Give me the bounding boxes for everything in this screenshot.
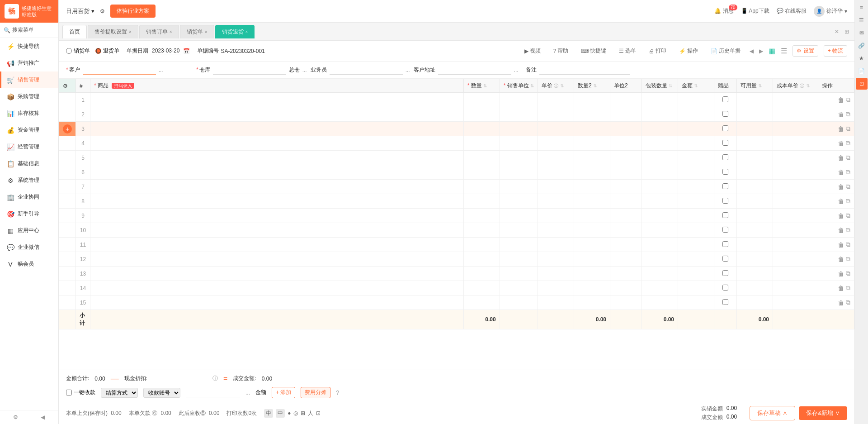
sidebar-collapse-btn[interactable]: ◀ (31, 414, 55, 420)
gift-checkbox[interactable] (722, 270, 728, 276)
amount-cell[interactable] (678, 136, 714, 151)
pack-qty-cell[interactable] (642, 223, 678, 238)
pack-qty-cell[interactable] (642, 295, 678, 310)
gift-cell[interactable] (714, 209, 737, 223)
unit2-cell[interactable] (610, 238, 642, 252)
copy-row-btn[interactable]: ⧉ (846, 96, 850, 104)
unit2-cell[interactable] (610, 252, 642, 267)
sidebar-item-newbie[interactable]: 🎯 新手引导 (0, 205, 58, 222)
th-settings[interactable]: ⚙ (59, 79, 76, 93)
unit2-cell[interactable] (610, 267, 642, 281)
gift-checkbox[interactable] (722, 285, 728, 291)
qty-cell[interactable] (463, 252, 500, 267)
available-cell[interactable] (737, 151, 773, 165)
sale-unit-cell[interactable] (500, 122, 538, 136)
sidebar-item-app-center[interactable]: ▦ 应用中心 (0, 222, 58, 239)
account-select[interactable]: 收款账号 (143, 388, 180, 398)
gift-cell[interactable] (714, 252, 737, 267)
pack-qty-cell[interactable] (642, 180, 678, 194)
amount-cell[interactable] (678, 93, 714, 107)
available-cell[interactable] (737, 223, 773, 238)
sidebar-item-system[interactable]: ⚙ 系统管理 (0, 172, 58, 189)
qty2-cell[interactable] (574, 252, 610, 267)
radio-return-goods[interactable]: 退货单 (95, 47, 119, 55)
pack-sort-icon[interactable]: ⇅ (669, 83, 672, 88)
cost-price-cell[interactable] (773, 267, 818, 281)
right-panel-btn-5[interactable]: ★ (856, 52, 868, 64)
unit2-cell[interactable] (610, 281, 642, 295)
available-cell[interactable] (737, 267, 773, 281)
gift-cell[interactable] (714, 223, 737, 238)
amount-cell[interactable] (678, 180, 714, 194)
gift-checkbox[interactable] (722, 111, 728, 117)
product-cell[interactable] (90, 136, 464, 151)
copy-row-btn[interactable]: ⧉ (846, 125, 850, 133)
account-number-input[interactable] (186, 388, 240, 397)
delete-row-btn[interactable]: 🗑 (838, 285, 844, 292)
pack-qty-cell[interactable] (642, 252, 678, 267)
qty2-cell[interactable] (574, 165, 610, 180)
nav-next-btn[interactable]: ▶ (759, 48, 763, 54)
layout2-btn[interactable]: ☰ (781, 47, 787, 55)
delete-row-btn[interactable]: 🗑 (838, 227, 844, 234)
select-btn[interactable]: ☰ 选单 (615, 46, 640, 56)
help-btn[interactable]: ? 帮助 (550, 46, 572, 56)
delete-row-btn[interactable]: 🗑 (838, 169, 844, 176)
delete-row-btn[interactable]: 🗑 (838, 299, 844, 306)
price-cell[interactable] (538, 267, 574, 281)
gift-cell[interactable] (714, 281, 737, 295)
cost-price-cell[interactable] (773, 252, 818, 267)
gift-cell[interactable] (714, 136, 737, 151)
gift-checkbox[interactable] (722, 140, 728, 146)
pack-qty-cell[interactable] (642, 151, 678, 165)
gift-checkbox[interactable] (722, 256, 728, 262)
app-download-button[interactable]: 📱 App下载 (741, 7, 769, 15)
amount-cell[interactable] (678, 165, 714, 180)
table-settings-icon[interactable]: ⚙ (63, 83, 68, 89)
copy-row-btn[interactable]: ⧉ (846, 241, 850, 248)
save-new-button[interactable]: 保存&新增 ∨ (799, 406, 847, 420)
message-button[interactable]: 🔔 70 消息 (714, 7, 733, 15)
gift-checkbox[interactable] (722, 299, 728, 305)
sale-unit-cell[interactable] (500, 180, 538, 194)
tab-sale-return[interactable]: 销货退货 × (215, 25, 255, 38)
gift-checkbox[interactable] (722, 183, 728, 189)
cost-price-cell[interactable] (773, 281, 818, 295)
product-cell[interactable] (90, 295, 464, 310)
logistics-button[interactable]: + 物流 (824, 45, 847, 57)
price-cell[interactable] (538, 180, 574, 194)
copy-row-btn[interactable]: ⧉ (846, 139, 850, 147)
pack-qty-cell[interactable] (642, 136, 678, 151)
save-draft-button[interactable]: 保存草稿 ∧ (750, 406, 795, 420)
price-cell[interactable] (538, 252, 574, 267)
available-cell[interactable] (737, 281, 773, 295)
price-cell[interactable] (538, 238, 574, 252)
gift-cell[interactable] (714, 107, 737, 122)
available-cell[interactable] (737, 107, 773, 122)
delete-row-btn[interactable]: 🗑 (838, 154, 844, 162)
gift-checkbox[interactable] (722, 169, 728, 175)
tab-close-sale-goods[interactable]: × (205, 29, 208, 34)
sale-unit-cell[interactable] (500, 151, 538, 165)
staff-input[interactable] (330, 65, 403, 75)
settlement-select[interactable]: 结算方式 (101, 388, 138, 398)
amount-cell[interactable] (678, 281, 714, 295)
qty-cell[interactable] (463, 238, 500, 252)
user-profile[interactable]: 👤 徐泽华 ▾ (814, 6, 847, 17)
sale-unit-cell[interactable] (500, 252, 538, 267)
layout1-btn[interactable]: ▦ (769, 47, 775, 55)
available-cell[interactable] (737, 136, 773, 151)
gift-cell[interactable] (714, 122, 737, 136)
gift-checkbox[interactable] (722, 241, 728, 247)
doc-date-value[interactable]: 2023-03-20 (150, 48, 181, 54)
price-cell[interactable] (538, 223, 574, 238)
right-panel-btn-2[interactable]: ☰ (856, 14, 868, 26)
amount-cell[interactable] (678, 267, 714, 281)
pack-qty-cell[interactable] (642, 209, 678, 223)
price-cell[interactable] (538, 209, 574, 223)
sale-unit-cell[interactable] (500, 267, 538, 281)
price-cell[interactable] (538, 107, 574, 122)
amount-cell[interactable] (678, 295, 714, 310)
product-cell[interactable] (90, 180, 464, 194)
copy-row-btn[interactable]: ⧉ (846, 212, 850, 219)
